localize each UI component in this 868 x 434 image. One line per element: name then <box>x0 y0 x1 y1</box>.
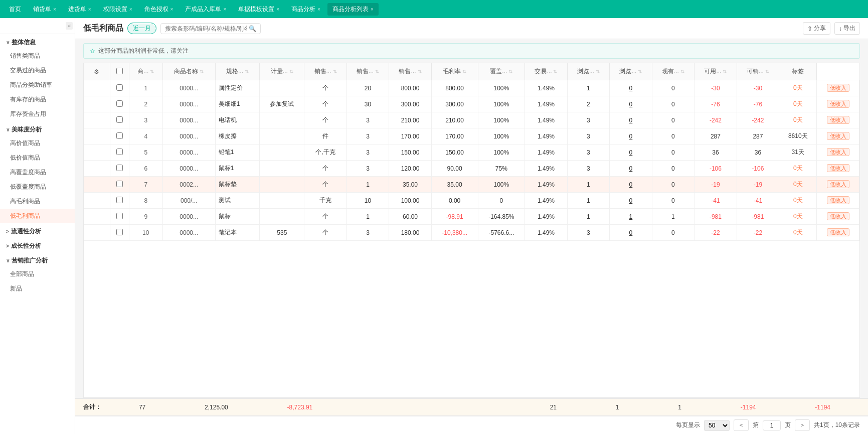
sidebar-item-全部商品[interactable]: 全部商品 <box>0 267 75 281</box>
cell-browse1[interactable]: 0 <box>610 144 652 161</box>
cell-browse1[interactable]: 0 <box>610 177 652 193</box>
nav-item-销货单[interactable]: 销货单× <box>28 3 61 16</box>
nav-close-icon[interactable]: × <box>88 7 91 12</box>
cell-code: 0000... <box>162 225 215 241</box>
sidebar-collapse-button[interactable]: « <box>66 22 73 30</box>
sidebar-item-低价值商品[interactable]: 低价值商品 <box>0 151 75 165</box>
cell-name[interactable]: 铅笔1 <box>215 144 260 161</box>
nav-close-icon[interactable]: × <box>223 7 226 12</box>
sidebar-item-销售类商品[interactable]: 销售类商品 <box>0 49 75 63</box>
sidebar-item-新品[interactable]: 新品 <box>0 281 75 296</box>
settings-icon[interactable]: ⚙ <box>94 68 99 75</box>
nav-item-单据模板设置[interactable]: 单据模板设置× <box>233 3 284 16</box>
sidebar: «∨整体信息销售类商品交易过的商品商品分类助销率有库存的商品库存资金占用∨美味度… <box>0 18 75 434</box>
row-checkbox[interactable] <box>116 116 123 123</box>
prev-page-button[interactable]: ＜ <box>734 419 749 431</box>
sidebar-group-1[interactable]: ∨美味度分析 <box>0 121 75 136</box>
cell-checkbox <box>110 177 129 193</box>
sidebar-item-库存资金占用[interactable]: 库存资金占用 <box>0 107 75 121</box>
nav-item-首页[interactable]: 首页 <box>4 3 26 16</box>
sidebar-item-低覆盖度商品[interactable]: 低覆盖度商品 <box>0 180 75 194</box>
row-checkbox[interactable] <box>116 149 123 155</box>
nav-close-icon[interactable]: × <box>371 7 374 12</box>
cell-name[interactable]: 橡皮擦 <box>215 128 260 144</box>
nav-item-权限设置[interactable]: 权限设置× <box>98 3 137 16</box>
col-available: 可用...⇅ <box>695 63 737 80</box>
cell-browse1[interactable]: 0 <box>610 193 652 209</box>
cell-browse1[interactable]: 0 <box>610 128 652 144</box>
page-number-input[interactable] <box>763 420 781 430</box>
per-page-select[interactable]: 50 20 100 <box>704 420 730 431</box>
cell-name[interactable]: 鼠标 <box>215 209 260 225</box>
cell-name[interactable]: 属性定价 <box>215 80 260 96</box>
cell-name[interactable]: 鼠标垫 <box>215 177 260 193</box>
cell-salable: 0天 <box>779 209 817 225</box>
cell-name[interactable]: 测试 <box>215 193 260 209</box>
row-checkbox[interactable] <box>116 213 123 219</box>
export-button[interactable]: ↓ 导出 <box>834 22 860 35</box>
col-sales-qty: 销售...⇅ <box>304 63 346 80</box>
sidebar-item-高价值商品[interactable]: 高价值商品 <box>0 136 75 151</box>
cell-browse1[interactable]: 0 <box>610 225 652 241</box>
sidebar-item-商品分类助销率[interactable]: 商品分类助销率 <box>0 78 75 92</box>
cell-name[interactable]: 笔记本 <box>215 225 260 241</box>
row-checkbox[interactable] <box>116 100 123 107</box>
tag-label: 低收入 <box>827 116 849 124</box>
nav-item-产成品入库单[interactable]: 产成品入库单× <box>180 3 231 16</box>
share-button[interactable]: ⇧ 分享 <box>803 22 830 35</box>
nav-close-icon[interactable]: × <box>129 7 132 12</box>
footer-browse2: 1 <box>678 404 681 411</box>
cell-transaction: 1 <box>567 80 609 96</box>
row-checkbox[interactable] <box>116 229 123 235</box>
cell-unit: 个 <box>304 209 346 225</box>
row-checkbox[interactable] <box>116 84 123 91</box>
sidebar-group-0[interactable]: ∨整体信息 <box>0 34 75 49</box>
nav-item-进货单[interactable]: 进货单× <box>63 3 96 16</box>
cell-sales-price: 180.00 <box>389 225 431 241</box>
page-suffix: 页 <box>785 421 791 429</box>
cell-gross-margin: 100% <box>478 177 525 193</box>
sidebar-item-低毛利商品[interactable]: 低毛利商品 <box>0 209 75 223</box>
search-input[interactable] <box>165 25 247 32</box>
nav-item-商品分析列表[interactable]: 商品分析列表× <box>327 3 379 16</box>
col-sales-price: 销售...⇅ <box>346 63 389 80</box>
sidebar-group-3[interactable]: >成长性分析 <box>0 238 75 252</box>
cell-settings <box>84 112 110 128</box>
row-checkbox[interactable] <box>116 181 123 187</box>
nav-close-icon[interactable]: × <box>53 7 56 12</box>
cell-browse2: 0 <box>652 193 694 209</box>
sidebar-item-有库存的商品[interactable]: 有库存的商品 <box>0 92 75 107</box>
search-icon[interactable]: 🔍 <box>249 25 256 32</box>
cell-browse1[interactable]: 0 <box>610 161 652 177</box>
sidebar-item-交易过的商品[interactable]: 交易过的商品 <box>0 63 75 78</box>
cell-browse1[interactable]: 0 <box>610 80 652 96</box>
filter-button[interactable]: 近一月 <box>127 23 156 34</box>
cell-browse1[interactable]: 1 <box>610 209 652 225</box>
nav-close-icon[interactable]: × <box>170 7 173 12</box>
cell-browse1[interactable]: 0 <box>610 112 652 128</box>
row-checkbox[interactable] <box>116 132 123 139</box>
select-all-checkbox[interactable] <box>116 68 123 74</box>
cell-checkbox <box>110 144 129 161</box>
sidebar-item-高覆盖度商品[interactable]: 高覆盖度商品 <box>0 165 75 180</box>
cell-name[interactable]: 吴细细1 <box>215 96 260 112</box>
sidebar-group-4[interactable]: ∨营销推广分析 <box>0 252 75 267</box>
cell-name[interactable]: 鼠标1 <box>215 161 260 177</box>
row-checkbox[interactable] <box>116 165 123 171</box>
cell-available: -76 <box>737 96 779 112</box>
sidebar-item-高毛利商品[interactable]: 高毛利商品 <box>0 194 75 209</box>
cell-browse1[interactable]: 0 <box>610 96 652 112</box>
nav-close-icon[interactable]: × <box>276 7 279 12</box>
cell-unit: 个 <box>304 80 346 96</box>
nav-item-角色授权[interactable]: 角色授权× <box>139 3 179 16</box>
cell-name[interactable]: 电话机 <box>215 112 260 128</box>
nav-item-商品分析[interactable]: 商品分析× <box>286 3 325 16</box>
sidebar-group-2[interactable]: >流通性分析 <box>0 223 75 238</box>
cell-sales-amount: 35.00 <box>431 177 478 193</box>
row-checkbox[interactable] <box>116 197 123 203</box>
nav-close-icon[interactable]: × <box>317 7 320 12</box>
sidebar-group-title-2: 流通性分析 <box>11 227 41 236</box>
footer-sales-qty: 77 <box>139 404 145 411</box>
cell-tag: 低收入 <box>817 96 859 112</box>
next-page-button[interactable]: ＞ <box>795 419 810 431</box>
